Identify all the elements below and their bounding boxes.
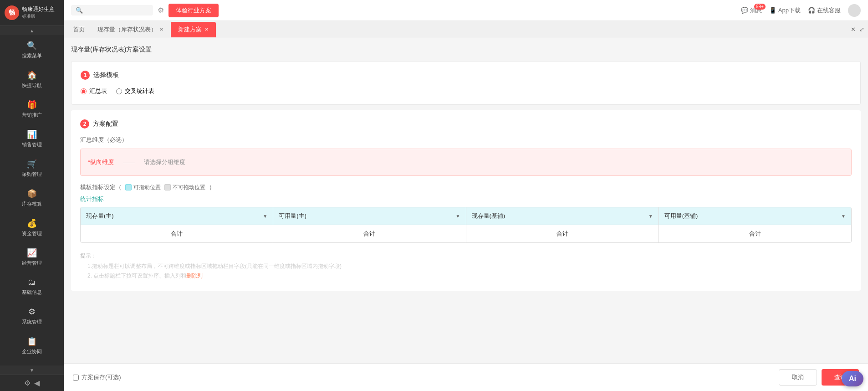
operation-icon: 📈 <box>27 248 37 258</box>
col-chevron-3: ▼ <box>841 214 846 219</box>
stats-col-header-1[interactable]: 可用量(主)▼ <box>273 207 466 225</box>
stats-col-body-1: 合计 <box>273 225 466 242</box>
legend-draggable: 可拖动位置 <box>125 184 161 191</box>
page-title: 现存量(库存状况表)方案设置 <box>71 46 861 54</box>
stats-section-title: 统计指标 <box>80 195 852 203</box>
dimension-label: 汇总维度（必选） <box>80 136 852 144</box>
stats-table-body: 合计合计合计合计 <box>81 225 851 242</box>
delete-col-link[interactable]: 删除列 <box>186 273 203 279</box>
tips-area: 提示： 1.拖动标题栏可以调整布局，不可跨维度或指标区域拖动栏目字段(只能在同一… <box>80 252 852 280</box>
search-box: 🔍 <box>71 5 153 15</box>
dim-placeholder: 请选择分组维度 <box>144 158 185 166</box>
basic-label: 基础信息 <box>22 289 42 296</box>
service-button[interactable]: 🎧 在线客服 <box>808 6 841 15</box>
template-radio-group: 汇总表 交叉统计表 <box>81 87 851 95</box>
sidebar-item-contract[interactable]: 📋 企业协同 <box>0 331 64 360</box>
search-icon: 🔍 <box>76 7 83 14</box>
stats-col-body-2: 合计 <box>466 225 659 242</box>
stats-col-header-3[interactable]: 可用量(基辅)▼ <box>659 207 851 225</box>
purchase-label: 采购管理 <box>22 171 42 178</box>
sidebar-item-sales[interactable]: 📊 销售管理 <box>0 124 64 154</box>
message-badge: 99+ <box>754 4 766 10</box>
dimension-box[interactable]: *纵向维度 —— 请选择分组维度 <box>80 149 852 176</box>
tab-inventory-close-icon[interactable]: ✕ <box>159 26 163 32</box>
sidebar-item-marketing[interactable]: 🎁 营销推广 <box>0 94 64 124</box>
operation-label: 经营管理 <box>22 260 42 267</box>
finance-label: 资金管理 <box>22 230 42 237</box>
sales-label: 销售管理 <box>22 141 42 148</box>
tip-item-2: 2. 点击标题栏下拉可设置排序、插入列和删除列 <box>80 272 852 280</box>
topbar-right: 💬 消息 99+ 📱 App下载 🎧 在线客服 <box>741 4 861 17</box>
step2-num: 2 <box>80 119 89 129</box>
col-chevron-2: ▼ <box>648 214 653 219</box>
app-name: 畅康通好生意 <box>22 6 55 13</box>
settings-icon[interactable]: ⚙ <box>24 379 31 387</box>
sidebar-scroll-up[interactable]: ▲ <box>0 26 64 35</box>
nav-label: 快捷导航 <box>22 82 42 89</box>
sidebar-scroll-down[interactable]: ▼ <box>0 365 64 375</box>
main-area: 🔍 ⚙ 体验行业方案 💬 消息 99+ 📱 App下载 🎧 在线客服 <box>64 0 868 391</box>
gear-icon[interactable]: ⚙ <box>158 6 164 15</box>
app-version: 标准版 <box>22 13 55 20</box>
content-area: 现存量(库存状况表)方案设置 1 选择模板 汇总表 交叉统计表 2 <box>64 38 868 363</box>
logo-text-block: 畅康通好生意 标准版 <box>22 6 55 20</box>
topbar: 🔍 ⚙ 体验行业方案 💬 消息 99+ 📱 App下载 🎧 在线客服 <box>64 0 868 21</box>
marketing-icon: 🎁 <box>27 100 37 110</box>
search-label: 搜索菜单 <box>22 52 42 59</box>
tabs-bar: 首页 现存量（库存状况表） ✕ 新建方案 ✕ ✕ ⤢ <box>64 21 868 38</box>
stats-table-header: 现存量(主)▼可用量(主)▼现存量(基辅)▼可用量(基辅)▼ <box>81 207 851 225</box>
save-checkbox[interactable]: 方案保存(可选) <box>73 373 121 381</box>
sidebar-item-basic[interactable]: 🗂 基础信息 <box>0 272 64 301</box>
search-input[interactable] <box>86 7 140 14</box>
purchase-icon: 🛒 <box>27 159 37 169</box>
system-icon: ⚙ <box>28 307 36 317</box>
stats-col-header-2[interactable]: 现存量(基辅)▼ <box>466 207 659 225</box>
tab-inventory-status[interactable]: 现存量（库存状况表） ✕ <box>90 22 171 37</box>
contract-icon: 📋 <box>27 336 37 346</box>
sales-icon: 📊 <box>27 129 37 139</box>
sidebar-item-search[interactable]: 🔍 搜索菜单 <box>0 35 64 65</box>
sidebar-logo: 畅 畅康通好生意 标准版 <box>0 0 64 26</box>
message-button[interactable]: 💬 消息 99+ <box>741 6 762 15</box>
app-download-button[interactable]: 📱 App下载 <box>769 6 801 15</box>
tab-new-scheme-close-icon[interactable]: ✕ <box>204 26 209 32</box>
search-icon: 🔍 <box>27 41 37 51</box>
cancel-button[interactable]: 取消 <box>779 369 817 386</box>
save-checkbox-input[interactable] <box>73 375 79 381</box>
radio-cross[interactable]: 交叉统计表 <box>116 87 154 95</box>
sidebar-bottom: ⚙ ◀ <box>0 375 64 391</box>
radio-summary[interactable]: 汇总表 <box>81 87 107 95</box>
logo-icon: 畅 <box>5 5 19 20</box>
collapse-icon[interactable]: ◀ <box>34 379 40 387</box>
tab-new-scheme[interactable]: 新建方案 ✕ <box>171 22 216 37</box>
stats-col-header-0[interactable]: 现存量(主)▼ <box>81 207 273 225</box>
avatar <box>848 4 861 17</box>
sidebar-item-finance[interactable]: 💰 资金管理 <box>0 213 64 242</box>
sidebar-item-operation[interactable]: 📈 经营管理 <box>0 242 64 272</box>
sidebar-item-newbie[interactable]: 🌟 新手引导 <box>0 360 64 365</box>
user-menu[interactable] <box>848 4 861 17</box>
sidebar-item-inventory[interactable]: 📦 库存核算 <box>0 183 64 213</box>
phone-icon: 📱 <box>769 7 776 14</box>
step1-card: 1 选择模板 汇总表 交叉统计表 <box>71 61 861 105</box>
legend-fixed: 不可拖动位置 <box>164 184 205 191</box>
col-chevron-0: ▼ <box>263 214 267 219</box>
inventory-icon: 📦 <box>27 189 37 199</box>
indicator-label: 模板指标设定（ 可拖动位置 不可拖动位置 ） <box>80 183 852 191</box>
nav-icon: 🏠 <box>27 70 37 80</box>
tab-home[interactable]: 首页 <box>67 22 90 37</box>
trial-button[interactable]: 体验行业方案 <box>168 4 219 17</box>
ai-badge[interactable]: Ai <box>842 371 863 386</box>
tab-minimize-icon[interactable]: ✕ <box>851 26 856 33</box>
sidebar-item-purchase[interactable]: 🛒 采购管理 <box>0 154 64 183</box>
step1-title: 选择模板 <box>93 71 119 79</box>
fixed-legend-box <box>164 184 171 190</box>
inventory-label: 库存核算 <box>22 201 42 207</box>
sidebar-item-nav[interactable]: 🏠 快捷导航 <box>0 65 64 94</box>
tab-expand-icon[interactable]: ⤢ <box>859 26 864 33</box>
step2-title: 方案配置 <box>93 120 118 128</box>
system-label: 系统管理 <box>22 319 42 325</box>
stats-col-body-3: 合计 <box>659 225 851 242</box>
marketing-label: 营销推广 <box>22 112 42 118</box>
sidebar-item-system[interactable]: ⚙ 系统管理 <box>0 301 64 331</box>
